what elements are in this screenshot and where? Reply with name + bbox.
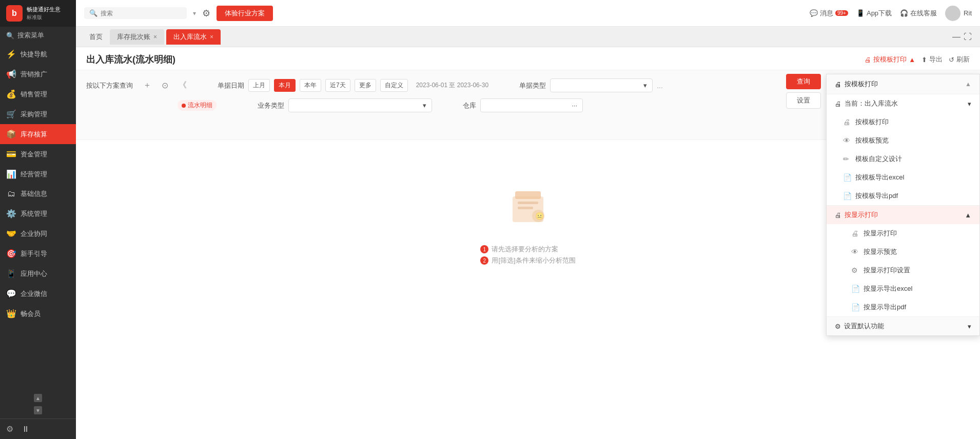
dropdown-footer[interactable]: ⚙ 设置默认功能 ▾ xyxy=(827,316,979,335)
window-minimize-btn[interactable]: — xyxy=(952,32,961,42)
print-chevron-up: ▲ xyxy=(909,56,915,64)
date-btn-this-month[interactable]: 本月 xyxy=(274,79,296,92)
scroll-down-btn[interactable]: ▼ xyxy=(34,406,42,414)
header-actions: 💬 消息 99+ 📱 App下载 🎧 在线客服 Rit xyxy=(810,6,972,21)
user-info[interactable]: Rit xyxy=(945,6,972,21)
svg-rect-2 xyxy=(518,202,538,204)
sidebar-item-guide[interactable]: 🎯 新手引导 xyxy=(0,244,76,264)
tab-home-label: 首页 xyxy=(89,33,103,41)
tab-batch-account-close[interactable]: × xyxy=(153,33,157,41)
sidebar-item-operations[interactable]: 📊 经营管理 xyxy=(0,164,76,184)
header-settings-icon[interactable]: ⚙ xyxy=(202,8,210,19)
dropdown-template-custom[interactable]: ✏ 模板自定义设计 xyxy=(827,150,979,168)
dropdown-template-preview[interactable]: 👁 按模板预览 xyxy=(827,131,979,150)
enterprise-icon: 🤝 xyxy=(6,229,16,238)
dropdown-current-item[interactable]: 🖨 当前：出入库流水 ▾ xyxy=(827,94,979,113)
add-filter-btn[interactable]: ＋ xyxy=(143,80,151,91)
date-btn-last-month[interactable]: 上月 xyxy=(248,79,270,92)
page-content: 出入库流水(流水明细) 🖨 按模板打印 ▲ ⬆ 导出 ↺ 刷新 xyxy=(76,47,980,439)
current-chevron: ▾ xyxy=(968,100,971,108)
display-section-label: 按显示打印 xyxy=(845,210,878,220)
display-settings-icon: ⚙ xyxy=(851,266,859,274)
app-download-action[interactable]: 📱 App下载 xyxy=(856,9,892,18)
collapse-bottom-icon[interactable]: ⏸ xyxy=(22,425,30,434)
username: Rit xyxy=(964,9,972,17)
template-custom-label: 模板自定义设计 xyxy=(855,154,902,164)
sidebar-search[interactable]: 🔍 搜索菜单 xyxy=(0,27,76,44)
sidebar-item-app-center[interactable]: 📱 应用中心 xyxy=(0,264,76,284)
display-section-header[interactable]: 🖨 按显示打印 ▲ xyxy=(827,205,979,224)
biz-type-select[interactable]: ▾ xyxy=(288,98,432,112)
tab-flow[interactable]: 出入库流水 × xyxy=(166,29,221,45)
header-search-chevron[interactable]: ▾ xyxy=(193,10,196,17)
date-btn-more[interactable]: 更多 xyxy=(355,79,376,92)
header-search-input[interactable] xyxy=(101,10,172,17)
scroll-up-btn[interactable]: ▲ xyxy=(34,394,42,402)
collapse-filter-btn[interactable]: 《 xyxy=(179,80,187,91)
doc-type-select[interactable]: ▾ xyxy=(550,78,653,92)
sidebar-item-marketing[interactable]: 📢 营销推广 xyxy=(0,64,76,84)
sidebar-item-inventory[interactable]: 📦 库存核算 xyxy=(0,124,76,144)
trial-btn[interactable]: 体验行业方案 xyxy=(217,6,273,21)
app-logo: b 畅捷通好生意 标准版 xyxy=(0,0,76,27)
dropdown-display-preview[interactable]: 👁 按显示预览 xyxy=(827,243,979,261)
refresh-action-btn[interactable]: ↺ 刷新 xyxy=(949,55,970,64)
dropdown-template-excel[interactable]: 📄 按模板导出excel xyxy=(827,168,979,187)
sidebar-item-purchase[interactable]: 🛒 采购管理 xyxy=(0,104,76,124)
dropdown-display-excel[interactable]: 📄 按显示导出excel xyxy=(827,280,979,298)
print-label: 按模板打印 xyxy=(873,55,907,64)
warehouse-select[interactable]: ··· xyxy=(480,98,583,112)
sidebar-item-base[interactable]: 🗂 基础信息 xyxy=(0,184,76,204)
messages-badge: 99+ xyxy=(835,10,848,16)
logo-icon: b xyxy=(6,5,23,22)
display-print-icon: 🖨 xyxy=(851,229,859,237)
dropdown-display-pdf[interactable]: 📄 按显示导出pdf xyxy=(827,298,979,316)
display-preview-icon: 👁 xyxy=(851,248,859,256)
online-service-action[interactable]: 🎧 在线客服 xyxy=(900,9,937,18)
system-label: 系统管理 xyxy=(21,209,47,218)
doc-type-more[interactable]: ... xyxy=(657,82,663,90)
sidebar-item-sales[interactable]: 💰 销售管理 xyxy=(0,84,76,104)
sidebar-item-finance[interactable]: 💳 资金管理 xyxy=(0,144,76,164)
dropdown-template-print[interactable]: 🖨 按模板打印 xyxy=(827,113,979,131)
sidebar-item-wechat[interactable]: 💬 企业微信 xyxy=(0,284,76,304)
display-section-icon: 🖨 xyxy=(835,211,841,219)
messages-action[interactable]: 💬 消息 99+ xyxy=(810,9,848,18)
refresh-icon: ↺ xyxy=(949,56,954,64)
tab-window-controls: — ⛶ xyxy=(952,32,972,42)
window-maximize-btn[interactable]: ⛶ xyxy=(964,32,972,42)
tab-flow-close[interactable]: × xyxy=(210,33,213,41)
sidebar-item-vip[interactable]: 👑 畅会员 xyxy=(0,304,76,324)
query-button[interactable]: 查询 xyxy=(786,74,821,89)
vip-icon: 👑 xyxy=(6,309,16,318)
settings-filter-btn[interactable]: ⊙ xyxy=(162,81,168,90)
display-settings-label: 按显示打印设置 xyxy=(864,266,910,275)
display-excel-icon: 📄 xyxy=(851,285,859,293)
flow-type-tag: 流水明细 xyxy=(178,100,217,111)
dropdown-collapse-btn[interactable]: ▲ xyxy=(965,81,971,88)
messages-label: 消息 xyxy=(820,9,833,18)
date-btn-7days[interactable]: 近7天 xyxy=(325,79,350,92)
date-btn-custom[interactable]: 自定义 xyxy=(380,79,408,92)
sidebar-item-quick-nav[interactable]: ⚡ 快捷导航 xyxy=(0,44,76,64)
settings-button[interactable]: 设置 xyxy=(786,92,821,109)
settings-bottom-icon[interactable]: ⚙ xyxy=(6,424,13,434)
base-label: 基础信息 xyxy=(21,189,47,198)
dropdown-template-pdf[interactable]: 📄 按模板导出pdf xyxy=(827,187,979,205)
dropdown-display-settings[interactable]: ⚙ 按显示打印设置 xyxy=(827,261,979,280)
base-icon: 🗂 xyxy=(6,189,16,198)
export-action-btn[interactable]: ⬆ 导出 xyxy=(922,55,943,64)
header-search-box[interactable]: 🔍 xyxy=(84,7,187,19)
print-action-btn[interactable]: 🖨 按模板打印 ▲ xyxy=(865,55,915,64)
template-custom-icon: ✏ xyxy=(843,155,851,163)
sidebar-item-system[interactable]: ⚙️ 系统管理 xyxy=(0,204,76,224)
date-range-display: 2023-06-01 至 2023-06-30 xyxy=(416,81,488,90)
dropdown-header: 🖨 按模板打印 ▲ xyxy=(827,74,979,94)
date-btn-this-year[interactable]: 本年 xyxy=(300,79,321,92)
search-icon: 🔍 xyxy=(6,32,14,39)
dropdown-display-print[interactable]: 🖨 按显示打印 xyxy=(827,224,979,243)
tab-home[interactable]: 首页 xyxy=(84,29,108,45)
tab-batch-account[interactable]: 库存批次账 × xyxy=(110,29,164,45)
sidebar-item-enterprise[interactable]: 🤝 企业协同 xyxy=(0,224,76,244)
warehouse-more[interactable]: ··· xyxy=(572,102,577,109)
